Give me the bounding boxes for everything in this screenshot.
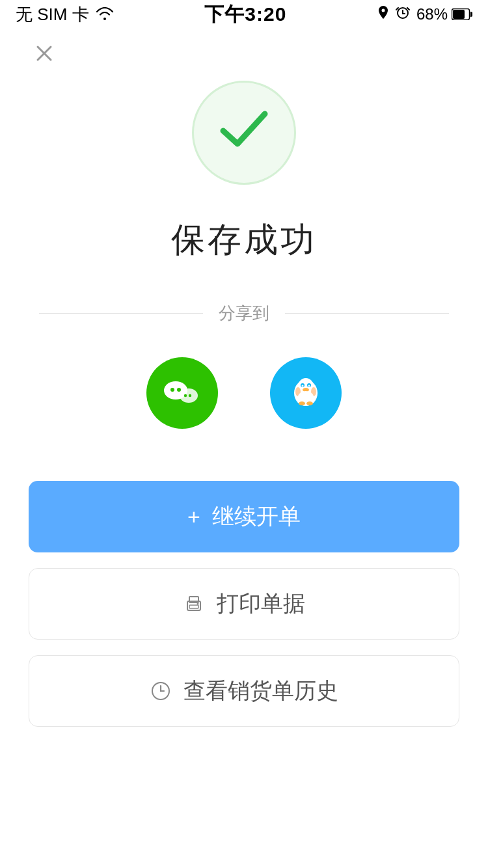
svg-point-10 bbox=[177, 388, 181, 392]
wechat-share-button[interactable] bbox=[146, 357, 218, 429]
view-history-label: 查看销货单历史 bbox=[183, 676, 338, 706]
svg-point-25 bbox=[306, 401, 313, 405]
svg-point-23 bbox=[298, 391, 314, 403]
history-icon bbox=[150, 680, 172, 702]
svg-rect-5 bbox=[453, 10, 465, 19]
main-content: 保存成功 分享到 bbox=[0, 29, 488, 868]
checkmark-icon bbox=[218, 106, 270, 160]
success-icon-circle bbox=[192, 81, 296, 185]
carrier-label: 无 SIM 卡 bbox=[16, 3, 89, 26]
svg-point-9 bbox=[170, 388, 174, 392]
svg-rect-28 bbox=[189, 605, 198, 608]
location-icon bbox=[377, 5, 389, 23]
continue-order-label: 继续开单 bbox=[212, 502, 301, 532]
battery-status: 68% bbox=[416, 5, 472, 23]
wifi-icon bbox=[96, 5, 114, 25]
action-buttons: + 继续开单 打印单据 查看销货单历史 bbox=[0, 481, 488, 727]
qq-share-button[interactable] bbox=[270, 357, 342, 429]
status-time: 下午3:20 bbox=[204, 1, 286, 28]
svg-point-18 bbox=[302, 385, 304, 387]
status-right: 68% bbox=[377, 5, 472, 23]
print-receipt-button[interactable]: 打印单据 bbox=[29, 568, 459, 640]
alarm-icon bbox=[396, 5, 410, 23]
svg-point-0 bbox=[381, 9, 385, 12]
status-bar: 无 SIM 卡 下午3:20 68% bbox=[0, 0, 488, 29]
svg-point-19 bbox=[308, 385, 310, 387]
svg-point-12 bbox=[184, 394, 187, 397]
status-left: 无 SIM 卡 bbox=[16, 3, 114, 26]
close-button[interactable] bbox=[29, 38, 60, 69]
success-title: 保存成功 bbox=[171, 217, 317, 263]
print-icon bbox=[183, 593, 205, 615]
svg-point-24 bbox=[299, 401, 305, 405]
divider-line-right bbox=[285, 313, 449, 314]
continue-order-button[interactable]: + 继续开单 bbox=[29, 481, 459, 552]
print-receipt-label: 打印单据 bbox=[217, 589, 305, 619]
share-divider: 分享到 bbox=[0, 302, 488, 325]
divider-line-left bbox=[39, 313, 203, 314]
svg-point-29 bbox=[197, 603, 199, 605]
battery-label: 68% bbox=[416, 5, 448, 23]
share-icons-row bbox=[146, 357, 342, 429]
share-label: 分享到 bbox=[203, 302, 285, 325]
view-history-button[interactable]: 查看销货单历史 bbox=[29, 655, 459, 727]
svg-point-13 bbox=[189, 394, 191, 397]
plus-icon: + bbox=[187, 504, 200, 530]
